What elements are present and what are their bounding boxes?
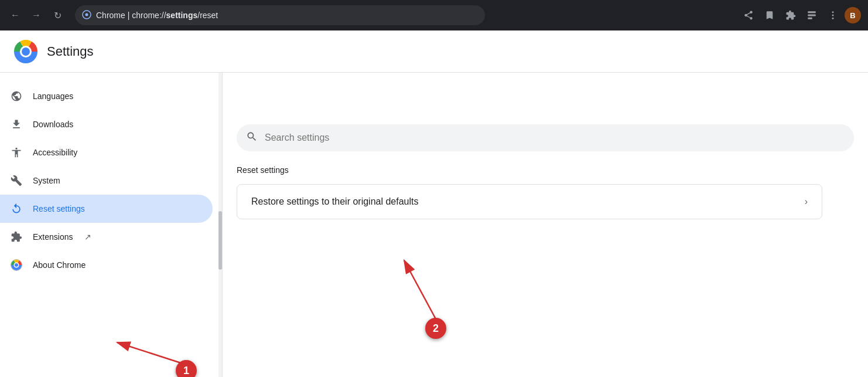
svg-point-7 bbox=[832, 18, 834, 19]
settings-title: Settings bbox=[47, 44, 94, 59]
browser-chrome-bar: ← → ↻ Chrome | chrome://settings/reset bbox=[0, 0, 868, 30]
search-bar[interactable] bbox=[237, 124, 854, 151]
bookmark-button[interactable] bbox=[760, 6, 779, 25]
reset-section: Reset settings Restore settings to their… bbox=[223, 151, 868, 233]
chrome-logo bbox=[14, 40, 37, 63]
download-icon bbox=[9, 117, 23, 131]
toolbar-icons: B bbox=[739, 6, 861, 25]
sidebar-item-system-label: System bbox=[33, 176, 60, 185]
svg-rect-2 bbox=[808, 11, 816, 13]
svg-point-6 bbox=[832, 15, 834, 16]
search-bar-container bbox=[223, 115, 868, 151]
chevron-right-icon: › bbox=[805, 196, 808, 207]
search-icon bbox=[246, 131, 258, 145]
sidebar-item-about-chrome[interactable]: About Chrome bbox=[0, 251, 213, 279]
restore-defaults-card[interactable]: Restore settings to their original defau… bbox=[237, 184, 822, 219]
sidebar-item-about-chrome-label: About Chrome bbox=[33, 260, 86, 270]
sidebar-item-accessibility[interactable]: Accessibility bbox=[0, 138, 213, 167]
search-input[interactable] bbox=[265, 133, 845, 143]
sidebar-item-extensions[interactable]: Extensions ↗ bbox=[0, 223, 213, 251]
main-content: Reset settings Restore settings to their… bbox=[223, 115, 868, 377]
system-icon bbox=[9, 174, 23, 188]
back-button[interactable]: ← bbox=[7, 7, 23, 23]
address-bar[interactable]: Chrome | chrome://settings/reset bbox=[75, 5, 485, 25]
sidebar-item-languages-label: Languages bbox=[33, 91, 73, 101]
sidebar: Languages Downloads Accessibility bbox=[0, 73, 223, 377]
sidebar-item-reset-label: Reset settings bbox=[33, 204, 85, 213]
sidebar-item-downloads-label: Downloads bbox=[33, 120, 73, 129]
scrollbar-thumb[interactable] bbox=[218, 211, 222, 270]
menu-button[interactable] bbox=[823, 6, 842, 25]
globe-icon bbox=[9, 89, 23, 103]
extensions-button[interactable] bbox=[781, 6, 800, 25]
reset-icon bbox=[9, 202, 23, 216]
tab-search-button[interactable] bbox=[802, 6, 821, 25]
sidebar-item-system[interactable]: System bbox=[0, 167, 213, 195]
site-icon bbox=[82, 10, 91, 21]
svg-point-1 bbox=[86, 13, 88, 16]
url-text: Chrome | chrome://settings/reset bbox=[96, 11, 218, 20]
sidebar-item-languages[interactable]: Languages bbox=[0, 82, 213, 110]
sidebar-item-accessibility-label: Accessibility bbox=[33, 148, 77, 157]
sidebar-item-reset-settings[interactable]: Reset settings bbox=[0, 195, 213, 223]
svg-rect-4 bbox=[808, 18, 812, 19]
sidebar-scrollbar[interactable] bbox=[218, 73, 222, 377]
svg-rect-3 bbox=[808, 15, 816, 16]
svg-point-10 bbox=[22, 47, 30, 56]
sidebar-item-downloads[interactable]: Downloads bbox=[0, 110, 213, 138]
svg-point-13 bbox=[15, 263, 18, 267]
accessibility-icon bbox=[9, 145, 23, 159]
reload-button[interactable]: ↻ bbox=[49, 7, 66, 23]
settings-header: Settings bbox=[0, 30, 868, 73]
about-chrome-icon bbox=[9, 258, 23, 272]
section-title: Reset settings bbox=[237, 165, 854, 175]
extensions-sidebar-icon bbox=[9, 230, 23, 244]
forward-button[interactable]: → bbox=[28, 7, 45, 23]
profile-button[interactable]: B bbox=[845, 7, 861, 23]
share-button[interactable] bbox=[739, 6, 758, 25]
external-link-icon: ↗ bbox=[84, 232, 91, 242]
svg-point-5 bbox=[832, 11, 834, 13]
sidebar-item-extensions-label: Extensions bbox=[33, 232, 73, 242]
restore-defaults-label: Restore settings to their original defau… bbox=[251, 196, 805, 207]
